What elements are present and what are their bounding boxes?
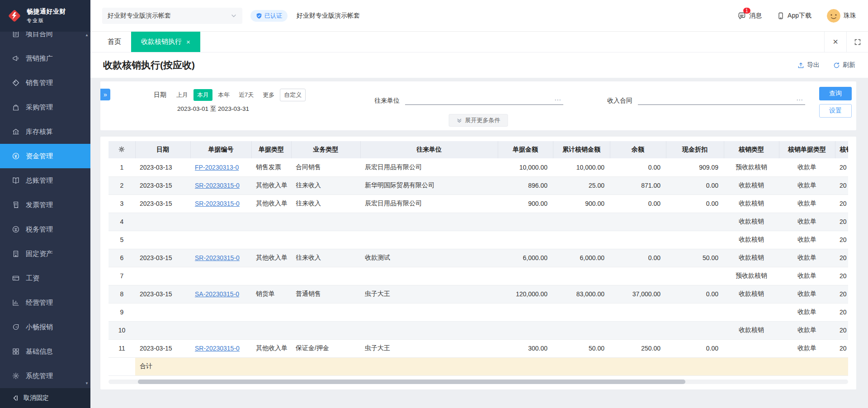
account-book-select[interactable]: 好业财专业版演示帐套 bbox=[102, 8, 242, 24]
table-cell: 10,000.00 bbox=[498, 158, 553, 176]
sidebar-item-funds[interactable]: 资金管理 bbox=[0, 144, 90, 168]
sidebar-item-inventory[interactable]: 库存核算 bbox=[0, 119, 90, 144]
table-cell: 保证金/押金 bbox=[291, 339, 360, 357]
sidebar-item-payroll[interactable]: 工资 bbox=[0, 266, 90, 290]
sidebar-item-ledger[interactable]: 总账管理 bbox=[0, 168, 90, 193]
search-button[interactable]: 查询 bbox=[819, 87, 852, 100]
user-menu[interactable]: 珠珠 bbox=[827, 9, 856, 23]
sidebar-item-invoice[interactable]: 发票管理 bbox=[0, 193, 90, 217]
table-cell: 其他收入单 bbox=[251, 176, 291, 195]
verified-badge: 已认证 bbox=[250, 10, 288, 22]
table-cell: 收款单 bbox=[779, 213, 835, 231]
date-options: 上月本月本年近7天更多自定义 bbox=[173, 89, 306, 101]
table-cell bbox=[610, 357, 666, 375]
partner-input[interactable] bbox=[405, 95, 563, 104]
contract-picker-ellipsis[interactable]: ⋯ bbox=[796, 96, 803, 104]
refresh-button[interactable]: 刷新 bbox=[833, 61, 855, 69]
date-option[interactable]: 上月 bbox=[173, 89, 192, 101]
table-cell: 25.00 bbox=[553, 176, 610, 195]
table-cell: 6 bbox=[108, 249, 135, 267]
sidebar-scroll-up-icon[interactable]: ▲ bbox=[85, 33, 89, 37]
table-cell: 收款测试 bbox=[360, 249, 498, 267]
expand-more-button[interactable]: 展开更多条件 bbox=[449, 114, 508, 127]
table-cell: 收款单 bbox=[779, 249, 835, 267]
table-row[interactable]: 12023-03-13FP-20230313-0销售发票合同销售辰宏日用品有限公… bbox=[108, 158, 848, 176]
tab-label: 首页 bbox=[108, 38, 121, 46]
tab-close-icon[interactable]: × bbox=[186, 38, 190, 46]
sidebar-item-expense[interactable]: 小畅报销 bbox=[0, 315, 90, 339]
sidebar-item-sales[interactable]: 销售管理 bbox=[0, 71, 90, 95]
date-option[interactable]: 自定义 bbox=[280, 89, 306, 101]
horizontal-scrollbar[interactable] bbox=[108, 380, 848, 384]
sidebar-item-contract[interactable]: 项目合同 bbox=[0, 32, 90, 46]
sidebar-item-purchase[interactable]: 采购管理 bbox=[0, 95, 90, 119]
phone-icon bbox=[777, 12, 784, 19]
sidebar-item-label: 小畅报销 bbox=[26, 323, 53, 332]
table-cell: 120,000.00 bbox=[498, 285, 553, 303]
table-row[interactable]: 5收款核销收款单20 bbox=[108, 231, 848, 249]
close-all-tabs-button[interactable]: × bbox=[825, 32, 846, 52]
document-number-link[interactable]: SR-20230315-0 bbox=[195, 345, 240, 352]
table-row[interactable]: 4收款核销收款单20 bbox=[108, 213, 848, 231]
sidebar-item-assets[interactable]: 固定资产 bbox=[0, 242, 90, 266]
fullscreen-button[interactable] bbox=[846, 32, 868, 52]
table-row[interactable]: 10收款核销收款单20 bbox=[108, 321, 848, 339]
document-number-link[interactable]: SR-20230315-0 bbox=[195, 254, 240, 261]
table-cell bbox=[553, 267, 610, 285]
app-download-button[interactable]: App下载 bbox=[777, 12, 811, 20]
document-number-link[interactable]: SR-20230315-0 bbox=[195, 182, 240, 189]
table-row[interactable]: 9收款单20 bbox=[108, 303, 848, 321]
tab-首页[interactable]: 首页 bbox=[98, 32, 131, 52]
table-cell: 0.00 bbox=[610, 158, 666, 176]
table-row[interactable]: 82023-03-15SA-20230315-0销货单普通销售虫子大王120,0… bbox=[108, 285, 848, 303]
table-cell: 6,000.00 bbox=[553, 249, 610, 267]
export-button[interactable]: 导出 bbox=[797, 61, 820, 69]
table-row[interactable]: 7预收款核销收款单20 bbox=[108, 267, 848, 285]
tab-收款核销执行[interactable]: 收款核销执行× bbox=[131, 32, 200, 52]
table-cell bbox=[724, 303, 779, 321]
payroll-icon bbox=[12, 274, 20, 282]
table-cell bbox=[108, 357, 135, 375]
date-option[interactable]: 近7天 bbox=[235, 89, 257, 101]
sidebar-item-system[interactable]: 系统管理 bbox=[0, 364, 90, 388]
sidebar-item-promotion[interactable]: 营销推广 bbox=[0, 46, 90, 71]
sidebar-scroll-down-icon[interactable]: ▼ bbox=[85, 381, 89, 385]
table-cell: 20 bbox=[835, 321, 848, 339]
document-number-link[interactable]: SR-20230315-0 bbox=[195, 200, 240, 207]
table-row[interactable]: 112023-03-15SR-20230315-0其他收入单保证金/押金虫子大王… bbox=[108, 339, 848, 357]
sidebar-item-tax[interactable]: 税务管理 bbox=[0, 217, 90, 242]
sidebar-item-label: 税务管理 bbox=[26, 225, 53, 234]
date-option[interactable]: 本月 bbox=[193, 89, 212, 101]
table-cell bbox=[360, 321, 498, 339]
promotion-icon bbox=[12, 54, 20, 62]
column-header: 余额 bbox=[610, 141, 666, 158]
collapse-filter-button[interactable]: » bbox=[100, 89, 110, 100]
tab-bar: 首页收款核销执行× × bbox=[90, 32, 868, 52]
document-number-link[interactable]: SA-20230315-0 bbox=[195, 290, 239, 298]
date-option[interactable]: 本年 bbox=[214, 89, 233, 101]
contract-input[interactable] bbox=[638, 95, 805, 104]
table-cell bbox=[666, 357, 724, 375]
table-cell: 销货单 bbox=[251, 285, 291, 303]
table-row[interactable]: 32023-03-15SR-20230315-0其他收入单往来收入辰宏日用品有限… bbox=[108, 195, 848, 213]
table-cell: 往来收入 bbox=[291, 249, 360, 267]
unpin-sidebar-button[interactable]: 取消固定 bbox=[0, 388, 90, 408]
sidebar-item-label: 营销推广 bbox=[26, 54, 53, 63]
table-row[interactable]: 62023-03-15SR-20230315-0其他收入单往来收入收款测试6,0… bbox=[108, 249, 848, 267]
column-settings-gear-icon[interactable] bbox=[108, 141, 135, 158]
sidebar-item-basic-info[interactable]: 基础信息 bbox=[0, 339, 90, 364]
table-cell bbox=[724, 339, 779, 357]
partner-picker-ellipsis[interactable]: ⋯ bbox=[554, 96, 561, 104]
sidebar-item-operation[interactable]: 经营管理 bbox=[0, 290, 90, 315]
partner-filter-label: 往来单位 bbox=[374, 97, 400, 105]
total-row: 合计 bbox=[108, 357, 848, 375]
table-cell bbox=[291, 267, 360, 285]
table-row[interactable]: 22023-03-15SR-20230315-0其他收入单往来收入新华明国际贸易… bbox=[108, 176, 848, 195]
settings-button[interactable]: 设置 bbox=[819, 104, 852, 118]
document-number-link[interactable]: FP-20230313-0 bbox=[195, 164, 239, 171]
table-cell: 收款单 bbox=[779, 231, 835, 249]
table-cell: 收款单 bbox=[779, 195, 835, 213]
scrollbar-thumb[interactable] bbox=[138, 380, 685, 384]
date-option[interactable]: 更多 bbox=[259, 89, 278, 101]
messages-button[interactable]: 1 消息 bbox=[738, 12, 762, 20]
